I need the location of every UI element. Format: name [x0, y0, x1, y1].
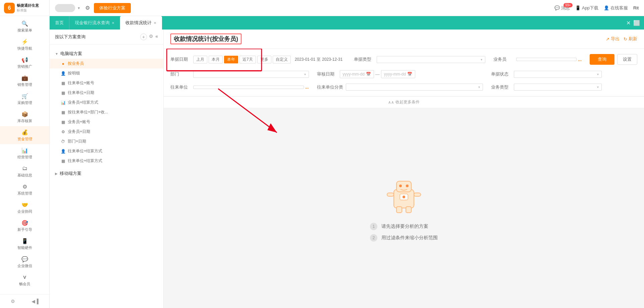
by-detail-icon: 👤 [60, 71, 66, 76]
tab-bar: 首页 现金银行流水查询 ✕ 收款情况统计 ✕ ✕ ⬜ [50, 16, 644, 30]
panel-tree: ▼ 电脑端方案 ● 按业务员 👤 按明细 ▦ [50, 45, 163, 183]
sidebar-item-purchase[interactable]: 🛒 采购管理 [0, 90, 49, 108]
window-maximize-btn[interactable]: ⬜ [633, 20, 640, 26]
left-panel: 按以下方案查询 + ⚙ « ▼ 电脑端方案 [50, 30, 164, 308]
panel-settings-icon[interactable]: ⚙ [149, 34, 153, 40]
sidebar-item-quick-nav[interactable]: ⚡ 快捷导航 [0, 36, 49, 54]
salesman-input[interactable] [516, 58, 577, 61]
date-btn-this-month[interactable]: 本月 [209, 56, 223, 63]
tree-item-by-detail[interactable]: 👤 按明细 [50, 68, 163, 78]
dept-field-label: 部门 [170, 71, 191, 77]
date-start: 2023-01-01 [295, 57, 315, 62]
app-download-button[interactable]: 📱 App下载 [575, 5, 598, 11]
refresh-button[interactable]: ↻ 刷新 [624, 36, 637, 42]
filter-dept-field: 部门 ▾ [170, 71, 309, 78]
sidebar-item-operation[interactable]: 📊 经营管理 [0, 144, 49, 162]
svg-rect-6 [396, 207, 402, 213]
date-btn-custom[interactable]: 自定义 [273, 56, 291, 63]
tree-item-by-salesman[interactable]: ● 按业务员 [50, 59, 163, 68]
svg-point-3 [406, 185, 409, 187]
collapse-bar[interactable]: ∧∧ 收起更多条件 [164, 96, 644, 108]
filter-date-field: 单据日期 上月 本月 本年 近7天 更多 自定义 [170, 56, 346, 63]
search-icon: 🔍 [21, 20, 28, 27]
left-panel-header: 按以下方案查询 + ⚙ « [50, 30, 163, 45]
message-button[interactable]: 💬 消息 99+ [554, 5, 570, 11]
counterpart-date-label: 往来单位+日期 [68, 90, 94, 96]
sidebar-item-hardware[interactable]: 📱 智能硬件 [0, 235, 49, 253]
export-button[interactable]: ↗ 导出 [606, 36, 620, 42]
doctype-chevron-icon: ▾ [481, 58, 482, 61]
tree-item-counterpart-settle1[interactable]: 👤 往来单位+结算方式 [50, 146, 163, 156]
tree-item-salesman-account[interactable]: ▦ 业务员+账号 [50, 117, 163, 127]
tree-item-salesman-settle[interactable]: 📊 业务员+结算方式 [50, 98, 163, 107]
docstatus-select[interactable]: ▾ [514, 71, 602, 78]
svg-point-2 [399, 185, 402, 187]
date-field-label: 单据日期 [170, 56, 191, 62]
sidebar-item-marketing[interactable]: 📢 营销推广 [0, 54, 49, 72]
counterpart-input[interactable] [193, 86, 304, 89]
salesman-more-icon[interactable]: ... [578, 57, 582, 62]
sidebar-item-search[interactable]: 🔍 搜索菜单 [0, 17, 49, 36]
business-type-select[interactable]: ▾ [514, 84, 602, 91]
tab-collection-stats[interactable]: 收款情况统计 ✕ [120, 16, 162, 30]
sidebar-item-basic[interactable]: 🗂 基础信息 [0, 162, 49, 181]
query-button[interactable]: 查询 [590, 54, 614, 65]
date-btn-7days[interactable]: 近7天 [239, 56, 256, 63]
sidebar-item-enterprise[interactable]: 🤝 企业协同 [0, 199, 49, 217]
sidebar-item-weixin[interactable]: 💬 企业微信 [0, 253, 49, 271]
setting-button[interactable]: 设置 [617, 54, 637, 65]
calendar-icon: 📅 [366, 72, 371, 76]
topbar-chevron-icon[interactable]: ▾ [78, 6, 80, 10]
tab-collection-close[interactable]: ✕ [154, 21, 156, 25]
tab-home[interactable]: 首页 [50, 16, 69, 30]
audit-date-start[interactable]: yyyy-mm-dd 📅 [340, 70, 374, 78]
sidebar-item-system[interactable]: ⚙ 系统管理 [0, 181, 49, 199]
panel-collapse-icon[interactable]: « [155, 34, 158, 40]
tree-group-mobile-header[interactable]: ▶ 移动端方案 [50, 168, 163, 178]
audit-date-end[interactable]: yyyy-mm-dd 📅 [381, 70, 415, 78]
tree-item-salesman-date[interactable]: ⚙ 业务员+日期 [50, 127, 163, 137]
sidebar-item-label: 新手引导 [17, 227, 32, 232]
topbar-gear-icon[interactable]: ⚙ [85, 5, 90, 11]
enterprise-icon: 🤝 [21, 201, 28, 208]
salesman-settle-label: 业务员+结算方式 [68, 100, 98, 105]
tree-item-dept-date[interactable]: ⏱ 部门+日期 [50, 137, 163, 146]
sidebar-item-member[interactable]: V 畅会员 [0, 271, 49, 289]
date-btn-more[interactable]: 更多 [257, 56, 271, 63]
sidebar-item-sales[interactable]: 💼 销售管理 [0, 72, 49, 90]
doctype-select[interactable]: ▾ [377, 56, 485, 63]
sidebar-settings-btn[interactable]: ⚙ [9, 297, 16, 305]
left-panel-title: 按以下方案查询 [55, 34, 138, 40]
dept-date-label: 部门+日期 [68, 139, 86, 144]
sidebar-item-label: 基础信息 [17, 173, 32, 178]
counterpart-more-icon[interactable]: ... [305, 85, 309, 90]
window-close-btn[interactable]: ✕ [626, 20, 631, 26]
tab-bank-flow-close[interactable]: ✕ [112, 21, 114, 25]
member-icon: V [21, 274, 28, 280]
counterpart-label: 往来单位 [170, 84, 191, 90]
dept-date-icon: ⏱ [60, 139, 66, 144]
online-service-button[interactable]: 👤 在线客服 [604, 5, 628, 11]
sidebar-item-inventory[interactable]: 📦 库存核算 [0, 108, 49, 126]
dept-select[interactable]: ▾ [193, 71, 309, 78]
tree-item-counterpart-dept[interactable]: ▦ 按往来单位+部门+收... [50, 107, 163, 117]
sidebar-collapse-btn[interactable]: ◀▐ [30, 297, 40, 305]
tab-bank-flow[interactable]: 现金银行流水查询 ✕ [69, 16, 120, 30]
date-btn-last-month[interactable]: 上月 [193, 56, 207, 63]
date-btn-this-year[interactable]: 本年 [224, 56, 238, 63]
counterpart-account-label: 往来单位+账号 [68, 80, 94, 86]
tree-item-counterpart-date[interactable]: ▦ 往来单位+日期 [50, 88, 163, 98]
svg-rect-5 [414, 193, 421, 196]
tree-item-counterpart-settle2[interactable]: ▦ 往来单位+结算方式 [50, 156, 163, 166]
solution-button[interactable]: 体验行业方案 [94, 3, 131, 13]
sidebar-item-finance[interactable]: 💰 资金管理 [0, 126, 49, 144]
tab-home-label: 首页 [55, 20, 64, 26]
tree-group-desktop: ▼ 电脑端方案 ● 按业务员 👤 按明细 ▦ [50, 47, 163, 167]
panel-add-icon[interactable]: + [140, 34, 147, 40]
tree-group-desktop-header[interactable]: ▼ 电脑端方案 [50, 49, 163, 59]
sidebar-item-guide[interactable]: 🎯 新手引导 [0, 217, 49, 235]
tree-item-counterpart-account[interactable]: ▦ 往来单位+账号 [50, 78, 163, 88]
collapse-icon: ∧∧ [388, 100, 394, 105]
title-bar-actions: ↗ 导出 ↻ 刷新 [606, 36, 637, 42]
counterpart-category-select[interactable]: ▾ [346, 84, 483, 91]
